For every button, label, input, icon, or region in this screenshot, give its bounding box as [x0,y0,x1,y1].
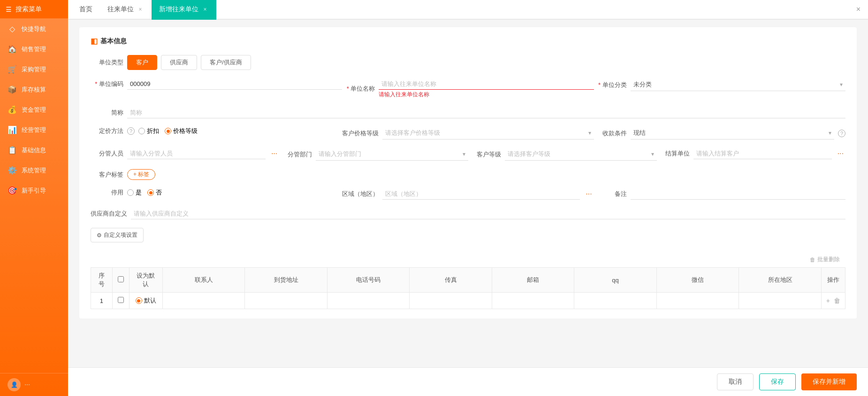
short-name-input[interactable] [127,107,845,118]
qq-input[interactable] [579,297,652,304]
address-input[interactable] [250,297,322,304]
sidebar-search[interactable]: ☰ 搜索菜单 [0,0,68,19]
disabled-no-option[interactable]: 否 [147,188,162,197]
region-table-input[interactable] [744,297,816,304]
section-icon: ◧ [91,37,98,46]
sidebar-item-operations[interactable]: 📊 经营管理 [0,120,68,140]
row-delete-button[interactable]: 🗑 [834,297,840,304]
payment-terms-field: 收款条件 现结 ▾ ? [594,127,845,140]
bottom-bar: 取消 保存 保存并新增 [68,367,868,396]
batch-delete-button[interactable]: 🗑 批量删除 [810,256,840,264]
manager-input[interactable] [127,148,266,159]
payment-terms-select[interactable]: 现结 ▾ [631,127,834,140]
cell-checkbox[interactable] [112,293,129,309]
save-button[interactable]: 保存 [759,373,796,390]
fax-input[interactable] [414,297,487,304]
sidebar-item-nav[interactable]: ◇ 快捷导航 [0,19,68,39]
cell-region[interactable] [739,293,821,309]
tab-partner[interactable]: 往来单位 × [100,0,152,20]
cell-fax[interactable] [410,293,492,309]
cell-wechat[interactable] [656,293,739,309]
sidebar-item-base[interactable]: 📋 基础信息 [0,140,68,160]
sidebar-item-purchase[interactable]: 🛒 采购管理 [0,59,68,79]
pricing-level-radio[interactable] [165,128,171,134]
unit-category-select[interactable]: 未分类 ▾ [631,78,845,91]
payment-terms-value: 现结 [633,129,827,137]
sidebar-item-finance[interactable]: 💰 资金管理 [0,100,68,120]
tab-home[interactable]: 首页 [72,0,100,20]
cancel-button[interactable]: 取消 [717,373,754,390]
sidebar-item-inventory[interactable]: 📦 库存核算 [0,79,68,100]
customer-level-select[interactable]: 请选择客户等级 ▾ [505,148,657,161]
form-area: ◧ 基本信息 单位类型 客户 供应商 客户/供应商 单位编码 [68,20,868,367]
sidebar-item-system[interactable]: ⚙️ 系统管理 [0,160,68,180]
default-radio-option[interactable]: 默认 [134,296,158,305]
type-btn-both[interactable]: 客户/供应商 [201,55,251,70]
pricing-method-label: 定价方法 [91,127,123,135]
global-close-button[interactable]: × [853,5,864,14]
cell-email[interactable] [492,293,574,309]
region-label: 区域（地区） [342,190,379,198]
cell-address[interactable] [245,293,327,309]
payment-terms-help[interactable]: ? [838,130,845,137]
manager-dots[interactable]: ··· [269,149,279,158]
unit-type-field: 单位类型 客户 供应商 客户/供应商 [91,55,845,70]
pricing-discount-option[interactable]: 折扣 [138,127,159,135]
manager-label: 分管人员 [91,149,123,158]
tab-new-partner-close[interactable]: × [201,6,209,13]
cell-phone[interactable] [327,293,409,309]
type-btn-customer[interactable]: 客户 [127,55,157,70]
customer-level-arrow: ▾ [651,151,654,157]
row-add-button[interactable]: + [826,297,830,304]
settlement-input[interactable] [693,148,832,159]
tab-partner-close[interactable]: × [137,6,144,13]
remark-input[interactable] [631,188,845,200]
sidebar-search-label: 搜索菜单 [15,5,42,14]
col-qq: qq [574,268,657,293]
unit-name-input[interactable] [379,78,594,90]
department-arrow: ▾ [463,151,465,157]
customer-price-placeholder: 请选择客户价格等级 [385,129,586,137]
region-input[interactable] [382,188,580,200]
settlement-dots[interactable]: ··· [836,149,845,158]
row-checkbox[interactable] [118,297,124,303]
col-action: 操作 [821,268,845,293]
default-radio[interactable] [136,297,142,304]
sidebar-item-sales[interactable]: 🏠 销售管理 [0,39,68,59]
table-toolbar: 🗑 批量删除 [91,252,845,267]
phone-input[interactable] [332,297,404,304]
disabled-region-row: 停用 是 否 区域（地区） ··· [91,188,845,200]
type-btn-supplier[interactable]: 供应商 [161,55,197,70]
sidebar-item-guide[interactable]: 🎯 新手引导 [0,180,68,201]
pricing-help-icon[interactable]: ? [127,127,135,135]
contact-input[interactable] [168,297,240,304]
department-select[interactable]: 请输入分管部门 ▾ [316,148,468,161]
system-icon: ⚙️ [8,166,17,175]
batch-delete-label: 批量删除 [817,256,840,264]
col-address: 到货地址 [245,268,327,293]
region-dots[interactable]: ··· [584,190,594,198]
pricing-discount-radio[interactable] [138,128,145,134]
supplier-custom-input[interactable] [131,208,845,219]
sidebar-operations-label: 经营管理 [22,126,46,134]
disabled-yes-option[interactable]: 是 [127,188,142,197]
col-checkbox[interactable] [112,268,129,293]
default-label: 默认 [144,296,156,305]
unit-code-input[interactable] [127,78,342,90]
pricing-level-option[interactable]: 价格等级 [165,127,198,135]
custom-settings-button[interactable]: ⚙ 自定义项设置 [91,228,144,242]
disabled-no-label: 否 [156,188,162,197]
select-all-checkbox[interactable] [118,276,124,282]
save-new-button[interactable]: 保存并新增 [801,373,857,390]
cell-contact[interactable] [163,293,245,309]
disabled-yes-radio[interactable] [127,189,134,196]
disabled-no-radio[interactable] [147,189,154,196]
add-tag-button[interactable]: + 标签 [127,169,155,180]
table-header-row: 序号 设为默认 联系人 到货地址 电话号码 传真 邮箱 qq 微信 [91,268,845,293]
customer-price-select[interactable]: 请选择客户价格等级 ▾ [382,127,594,140]
wechat-input[interactable] [662,297,734,304]
email-input[interactable] [497,297,569,304]
unit-name-input-wrapper: 请输入往来单位名称 [379,78,594,99]
cell-qq[interactable] [574,293,657,309]
tab-new-partner[interactable]: 新增往来单位 × [152,0,216,20]
